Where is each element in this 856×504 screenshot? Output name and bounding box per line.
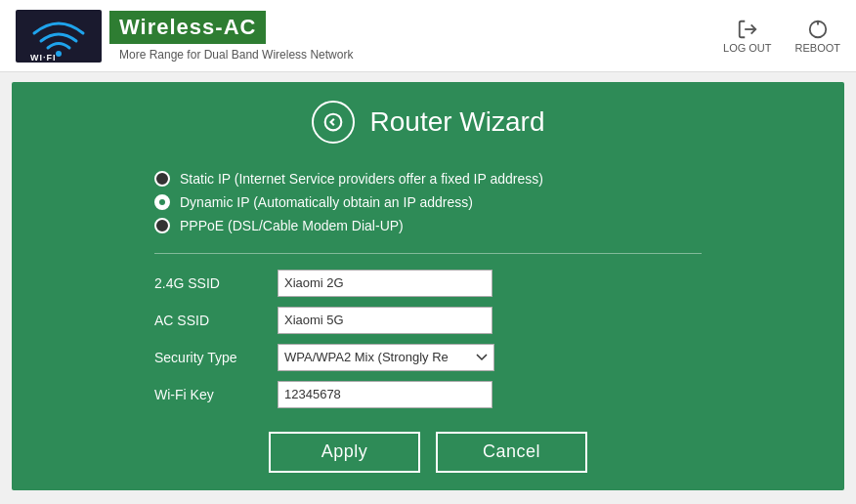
button-row: Apply Cancel	[154, 432, 702, 473]
reboot-icon	[807, 19, 829, 40]
reboot-label: REBOOT	[795, 42, 840, 54]
back-button[interactable]	[312, 101, 355, 144]
form-row-ssid-ac: AC SSID	[154, 307, 702, 334]
main-content: Router Wizard Static IP (Internet Servic…	[12, 82, 844, 490]
svg-text:WI·FI: WI·FI	[30, 53, 57, 61]
cancel-button[interactable]: Cancel	[436, 432, 587, 473]
radio-label-static: Static IP (Internet Service providers of…	[180, 171, 543, 187]
select-security-type[interactable]: WPA/WPA2 Mix (Strongly Re WPA2 WPA None	[278, 344, 494, 371]
wizard-panel: Router Wizard Static IP (Internet Servic…	[154, 101, 702, 473]
form-row-ssid-24g: 2.4G SSID	[154, 270, 702, 297]
wifi-logo-icon: WI·FI WI-FI MANAGEMENT	[24, 12, 93, 61]
wizard-heading: Router Wizard	[370, 106, 545, 138]
logout-label: LOG OUT	[723, 42, 772, 54]
radio-static-ip[interactable]: Static IP (Internet Service providers of…	[154, 171, 702, 187]
radio-circle-pppoe	[154, 218, 170, 233]
radio-pppoe[interactable]: PPPoE (DSL/Cable Modem Dial-UP)	[154, 218, 702, 233]
input-ssid-ac[interactable]	[278, 307, 492, 334]
header-brand-row: Wireless-AC	[109, 11, 353, 44]
label-ssid-ac: AC SSID	[154, 313, 262, 328]
svg-point-0	[56, 51, 62, 57]
header: WI·FI WI-FI MANAGEMENT Wireless-AC More …	[0, 0, 856, 72]
svg-point-6	[324, 113, 341, 130]
logo-box: WI·FI WI-FI MANAGEMENT	[16, 10, 102, 63]
input-wifi-key[interactable]	[278, 381, 492, 408]
divider	[154, 253, 702, 254]
radio-circle-dynamic	[154, 194, 170, 210]
form-row-security: Security Type WPA/WPA2 Mix (Strongly Re …	[154, 344, 702, 371]
radio-circle-static	[154, 171, 170, 187]
label-security: Security Type	[154, 350, 262, 365]
header-subtitle: More Range for Dual Band Wireless Networ…	[119, 48, 353, 62]
logo-area: WI·FI WI-FI MANAGEMENT Wireless-AC More …	[16, 10, 353, 63]
wizard-title: Router Wizard	[154, 101, 702, 144]
brand-name: Wireless-AC	[109, 11, 266, 44]
back-arrow-icon	[323, 112, 343, 132]
radio-label-dynamic: Dynamic IP (Automatically obtain an IP a…	[180, 194, 473, 210]
label-wifi-key: Wi-Fi Key	[154, 387, 262, 402]
form-row-wifi-key: Wi-Fi Key	[154, 381, 702, 408]
radio-group: Static IP (Internet Service providers of…	[154, 171, 702, 233]
header-actions: LOG OUT REBOOT	[723, 19, 840, 54]
logout-button[interactable]: LOG OUT	[723, 19, 772, 54]
apply-button[interactable]: Apply	[269, 432, 420, 473]
label-ssid-24g: 2.4G SSID	[154, 275, 262, 291]
reboot-button[interactable]: REBOOT	[795, 19, 840, 54]
input-ssid-24g[interactable]	[278, 270, 492, 297]
form-fields: 2.4G SSID AC SSID Security Type WPA/WPA2…	[154, 270, 702, 408]
header-left: Wireless-AC More Range for Dual Band Wir…	[109, 11, 353, 62]
logout-icon	[737, 19, 758, 40]
radio-label-pppoe: PPPoE (DSL/Cable Modem Dial-UP)	[180, 218, 404, 233]
radio-dynamic-ip[interactable]: Dynamic IP (Automatically obtain an IP a…	[154, 194, 702, 210]
